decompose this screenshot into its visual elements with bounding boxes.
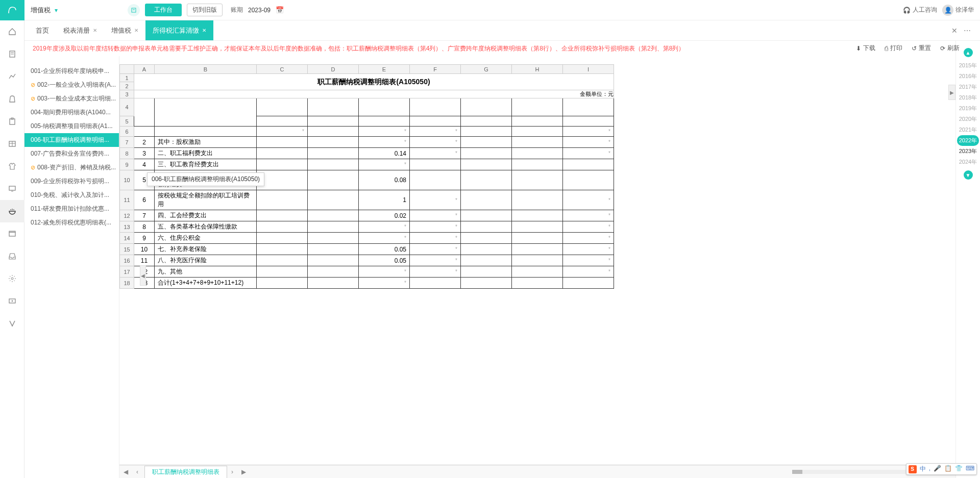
refresh-button[interactable]: ⟳刷新 — [940, 44, 960, 53]
gear-icon[interactable] — [0, 267, 24, 290]
form-list-item[interactable]: 009-企业所得税弥补亏损明... — [24, 174, 119, 188]
year-item[interactable]: 2021年 — [957, 124, 979, 135]
year-item[interactable]: 2019年 — [957, 103, 979, 114]
data-cell[interactable] — [257, 137, 308, 148]
data-cell[interactable] — [410, 170, 461, 190]
print-button[interactable]: ⎙打印 — [885, 44, 902, 53]
data-cell[interactable] — [410, 159, 461, 170]
sheet-nav-next[interactable]: › — [227, 468, 237, 475]
data-cell[interactable] — [308, 221, 359, 233]
data-cell[interactable] — [461, 159, 512, 170]
data-cell[interactable] — [512, 190, 563, 210]
year-item[interactable]: 2023年 — [957, 146, 979, 157]
calendar-icon[interactable]: 📅 — [276, 6, 284, 14]
sheet-tab[interactable]: 职工薪酬纳税调整明细表 — [144, 466, 227, 478]
row-header[interactable]: 18 — [120, 278, 134, 289]
data-cell[interactable]: 0.05 — [359, 244, 410, 255]
col-header[interactable]: C — [257, 65, 308, 74]
close-icon[interactable]: ✕ — [134, 28, 138, 33]
data-cell[interactable] — [257, 148, 308, 159]
data-cell[interactable] — [461, 255, 512, 266]
data-cell[interactable] — [308, 127, 359, 137]
row-header[interactable]: 16 — [120, 255, 134, 266]
bowl-icon[interactable] — [0, 200, 24, 222]
screen-icon[interactable] — [0, 178, 24, 200]
data-cell[interactable] — [512, 210, 563, 221]
form-list-item[interactable]: 007-广告费和业务宣传费跨... — [24, 147, 119, 161]
page-tab[interactable]: 首页 — [29, 20, 56, 40]
switch-old-button[interactable]: 切到旧版 — [187, 4, 223, 16]
data-cell[interactable] — [308, 190, 359, 210]
download-button[interactable]: ⬇下载 — [856, 44, 875, 53]
data-cell[interactable] — [461, 233, 512, 244]
close-icon[interactable]: ✕ — [93, 28, 97, 33]
data-cell[interactable] — [308, 278, 359, 289]
row-header[interactable]: 7 — [120, 137, 134, 148]
data-cell[interactable] — [512, 244, 563, 255]
ime-item[interactable]: ⌨ — [966, 465, 974, 473]
v-icon[interactable] — [0, 312, 24, 335]
data-cell[interactable] — [308, 244, 359, 255]
ime-item[interactable]: 👕 — [955, 465, 963, 473]
page-tab[interactable]: 增值税✕ — [104, 20, 145, 40]
data-cell[interactable] — [461, 221, 512, 233]
data-cell[interactable] — [512, 137, 563, 148]
col-header[interactable]: A — [134, 65, 155, 74]
row-header[interactable]: 14 — [120, 233, 134, 244]
col-header[interactable]: H — [512, 65, 563, 74]
data-cell[interactable] — [512, 148, 563, 159]
doc-icon[interactable] — [0, 43, 24, 65]
data-cell[interactable] — [461, 190, 512, 210]
data-cell[interactable] — [257, 159, 308, 170]
data-cell[interactable] — [512, 221, 563, 233]
year-down-button[interactable]: ▼ — [964, 170, 973, 180]
col-header[interactable]: G — [461, 65, 512, 74]
ime-item[interactable]: 中 — [920, 465, 926, 473]
col-header[interactable]: F — [410, 65, 461, 74]
row-header[interactable]: 13 — [120, 221, 134, 233]
year-item[interactable]: 2017年 — [957, 82, 979, 92]
data-cell[interactable] — [512, 233, 563, 244]
form-list-item[interactable]: 012-减免所得税优惠明细表(... — [24, 216, 119, 230]
home-icon[interactable] — [0, 20, 24, 43]
data-cell[interactable]: 0.14 — [359, 148, 410, 159]
spreadsheet[interactable]: ABCDEFGHI1职工薪酬纳税调整明细表(A105050)23金额单位：元4行… — [119, 64, 955, 465]
data-cell[interactable] — [308, 233, 359, 244]
year-up-button[interactable]: ▲ — [964, 48, 973, 57]
data-cell[interactable] — [461, 148, 512, 159]
data-cell[interactable] — [461, 266, 512, 278]
col-header[interactable]: D — [308, 65, 359, 74]
table-icon[interactable] — [0, 133, 24, 155]
row-header[interactable]: 15 — [120, 244, 134, 255]
col-header[interactable]: B — [155, 65, 257, 74]
sheet-nav-last[interactable]: ▶ — [237, 468, 250, 475]
side-expand-handle[interactable]: ▶ — [948, 85, 955, 100]
data-cell[interactable] — [308, 159, 359, 170]
data-cell[interactable] — [563, 170, 614, 190]
data-cell[interactable]: 1 — [359, 190, 410, 210]
chart-icon[interactable] — [0, 65, 24, 88]
data-cell[interactable] — [257, 255, 308, 266]
year-item[interactable]: 2016年 — [957, 71, 979, 82]
tab-close-all-icon[interactable]: ✕ — [951, 27, 958, 35]
video-icon[interactable] — [0, 290, 24, 312]
data-cell[interactable] — [308, 210, 359, 221]
year-item[interactable]: 2018年 — [957, 92, 979, 103]
row-header[interactable]: 10 — [120, 170, 134, 190]
data-cell[interactable] — [512, 159, 563, 170]
form-list-item[interactable]: 005-纳税调整项目明细表(A1... — [24, 119, 119, 133]
data-cell[interactable] — [257, 221, 308, 233]
data-cell[interactable] — [563, 159, 614, 170]
page-tab[interactable]: 所得税汇算清缴✕ — [145, 20, 213, 40]
data-cell[interactable] — [308, 255, 359, 266]
data-cell[interactable] — [461, 127, 512, 137]
data-cell[interactable] — [257, 278, 308, 289]
collapse-handle[interactable]: ◀ — [140, 265, 146, 286]
data-cell[interactable]: 0.02 — [359, 210, 410, 221]
archive-icon[interactable] — [0, 222, 24, 245]
data-cell[interactable] — [461, 278, 512, 289]
data-cell[interactable] — [308, 148, 359, 159]
row-header[interactable]: 12 — [120, 210, 134, 221]
data-cell[interactable] — [308, 170, 359, 190]
data-cell[interactable] — [512, 170, 563, 190]
